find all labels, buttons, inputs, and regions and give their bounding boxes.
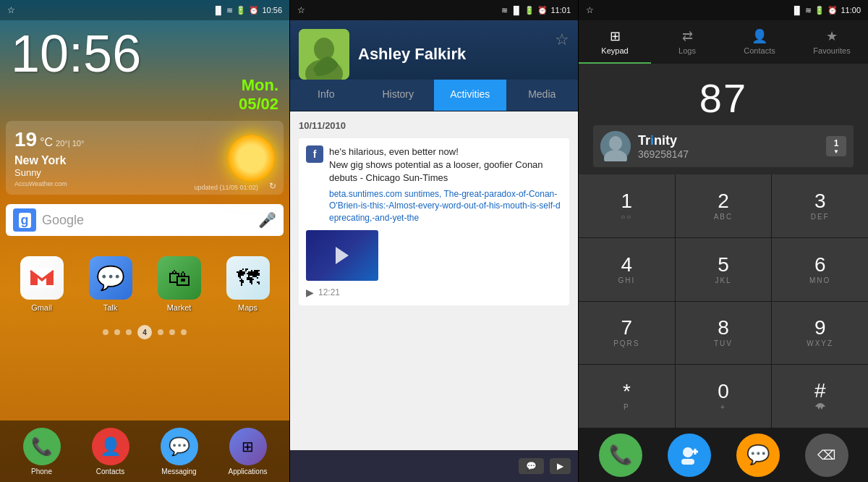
key-5-sub: JKL <box>715 276 731 284</box>
key-1[interactable]: 1 ○○ <box>579 174 675 237</box>
contacts-icon: 👤 <box>92 428 129 465</box>
activity-post-header: f he's hilarious, even better now! New g… <box>306 145 562 224</box>
dialer-wifi-icon: ≋ <box>805 6 812 15</box>
weather-refresh-icon[interactable]: ↻ <box>269 181 276 191</box>
dialer-tabs: ⊞ Keypad ⇄ Logs 👤 Contacts ★ Favourites <box>579 20 868 64</box>
message-button[interactable]: 💬 <box>736 434 780 477</box>
tab-logs[interactable]: ⇄ Logs <box>651 20 723 64</box>
dock-contacts[interactable]: 👤 Contacts <box>76 428 145 475</box>
app-maps[interactable]: 🗺 Maps <box>217 256 278 312</box>
search-text-label: Google <box>42 213 252 228</box>
search-bar[interactable]: g Google 🎤 <box>6 204 284 236</box>
add-contact-button[interactable] <box>668 434 711 477</box>
weather-sun-icon <box>228 135 275 182</box>
key-8[interactable]: 8 TUV <box>676 302 772 365</box>
tab-info[interactable]: Info <box>290 80 362 111</box>
status-bar-dialer: ☆ ▐▌ ≋ 🔋 ⏰ 11:00 <box>579 0 868 20</box>
key-0[interactable]: 0 + <box>676 365 772 428</box>
contact-bottom-bar: 💬 ▶ <box>290 450 578 482</box>
clock-widget: 10:56 Mon. 05/02 <box>0 20 289 117</box>
key-0-main: 0 <box>718 381 729 402</box>
weather-updated: updated (11/05 01:02) <box>194 184 258 191</box>
tab-activities[interactable]: Activities <box>434 80 506 111</box>
key-8-main: 8 <box>718 318 729 338</box>
key-2-sub: ABC <box>714 213 733 221</box>
activity-post: f he's hilarious, even better now! New g… <box>299 138 569 305</box>
microphone-icon[interactable]: 🎤 <box>258 211 276 229</box>
weather-source: AccuWeather.com <box>14 180 84 187</box>
call-button[interactable]: 📞 <box>599 434 642 477</box>
activity-post-body: he's hilarious, even better now! New gig… <box>329 145 562 224</box>
key-5[interactable]: 5 JKL <box>676 238 772 301</box>
contact-battery-icon: 🔋 <box>524 6 535 15</box>
activity-news-text: New gig shows potential as a looser, goo… <box>329 158 562 185</box>
backspace-button[interactable]: ⌫ <box>805 434 848 477</box>
key-3[interactable]: 3 DEF <box>772 174 868 237</box>
home-time: 10:56 <box>262 6 282 14</box>
app-talk[interactable]: 💬 Talk <box>80 256 141 312</box>
dialer-number: 87 <box>699 75 747 122</box>
key-9[interactable]: 9 WXYZ <box>772 302 868 365</box>
tab-media[interactable]: Media <box>506 80 579 111</box>
page-dot-5[interactable] <box>158 329 163 335</box>
forward-button[interactable]: ▶ <box>550 458 571 474</box>
contact-wifi-icon: ≋ <box>501 6 508 15</box>
caller-name: Trinity <box>638 133 819 148</box>
market-label: Market <box>167 303 192 312</box>
dialer-bottom: 📞 💬 ⌫ <box>579 428 868 482</box>
key-star[interactable]: * P <box>579 365 675 428</box>
page-dots: 4 <box>0 319 289 345</box>
dock-apps[interactable]: ⊞ Applications <box>213 428 282 475</box>
panel-dialer: ☆ ▐▌ ≋ 🔋 ⏰ 11:00 ⊞ Keypad ⇄ Logs 👤 Conta… <box>579 0 868 482</box>
page-dot-6[interactable] <box>169 329 175 335</box>
phone-icon: 📞 <box>23 428 61 465</box>
weather-temp: 19 <box>14 128 37 151</box>
contact-status-icons: ≋ ▐▌ 🔋 ⏰ 11:01 <box>501 6 571 15</box>
key-7[interactable]: 7 PQRS <box>579 302 675 365</box>
key-6-sub: MNO <box>809 276 830 284</box>
page-dot-2[interactable] <box>114 329 120 335</box>
app-gmail[interactable]: Gmail <box>11 256 72 312</box>
dock-messaging-label: Messaging <box>161 468 196 475</box>
wifi-icon: ≋ <box>226 6 233 15</box>
market-icon: 🛍 <box>158 256 201 300</box>
keypad: 1 ○○ 2 ABC 3 DEF 4 GHI 5 JKL 6 MNO 7 PQR… <box>579 174 868 428</box>
app-grid: Gmail 💬 Talk 🛍 Market 🗺 Maps <box>0 249 289 319</box>
signal-icon: ▐▌ <box>213 6 224 14</box>
contact-star-icon[interactable]: ☆ <box>555 30 569 49</box>
page-dot-3[interactable] <box>126 329 132 335</box>
page-dot-1[interactable] <box>103 329 109 335</box>
panel-contact: ☆ ≋ ▐▌ 🔋 ⏰ 11:01 Ashley Falkirk ☆ <box>289 0 579 482</box>
key-hash[interactable]: # <box>772 365 868 428</box>
app-market[interactable]: 🛍 Market <box>148 256 210 312</box>
caller-info[interactable]: Trinity 369258147 1 ▼ <box>593 125 854 167</box>
clock-time: 10:56 <box>11 28 278 80</box>
key-4[interactable]: 4 GHI <box>579 238 675 301</box>
activity-thumbnail <box>306 230 378 281</box>
key-6[interactable]: 6 MNO <box>772 238 868 301</box>
tab-contacts[interactable]: 👤 Contacts <box>723 20 796 64</box>
contact-content: 10/11/2010 f he's hilarious, even better… <box>290 111 578 450</box>
dock-phone[interactable]: 📞 Phone <box>7 428 76 475</box>
dialer-time: 11:00 <box>841 6 861 14</box>
dock-messaging[interactable]: 💬 Messaging <box>145 428 213 475</box>
reply-button[interactable]: 💬 <box>519 458 544 474</box>
activity-footer: ▶ 12:21 <box>306 287 562 298</box>
key-7-sub: PQRS <box>613 339 639 347</box>
activity-date: 10/11/2010 <box>299 120 569 131</box>
weather-widget[interactable]: 19 °C 20°| 10° New York Sunny AccuWeathe… <box>6 121 284 195</box>
key-8-sub: TUV <box>714 339 733 347</box>
caller-name-prefix: Tr <box>638 133 650 148</box>
page-dot-badge[interactable]: 4 <box>137 325 152 339</box>
play-icon <box>336 247 349 264</box>
tab-history[interactable]: History <box>362 80 435 111</box>
tab-favourites[interactable]: ★ Favourites <box>796 20 868 64</box>
status-bar-contact: ☆ ≋ ▐▌ 🔋 ⏰ 11:01 <box>290 0 578 20</box>
contact-time: 11:01 <box>550 6 571 14</box>
tab-keypad[interactable]: ⊞ Keypad <box>579 20 651 64</box>
talk-icon: 💬 <box>89 256 132 300</box>
key-3-sub: DEF <box>811 213 830 221</box>
key-2[interactable]: 2 ABC <box>676 174 772 237</box>
page-dot-7[interactable] <box>181 329 187 335</box>
key-1-main: 1 <box>621 191 633 211</box>
